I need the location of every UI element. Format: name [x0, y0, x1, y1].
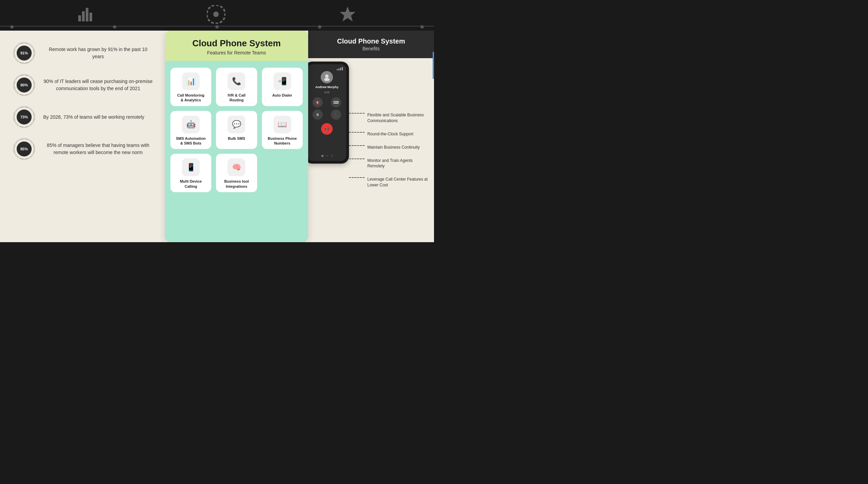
svg-line-180: [18, 108, 18, 109]
svg-line-178: [16, 110, 17, 111]
dot-2: [113, 25, 116, 29]
svg-line-26: [33, 58, 34, 59]
feature-label: SMS Automation & SMS Bots: [176, 136, 206, 146]
svg-line-118: [16, 78, 17, 79]
svg-line-124: [22, 74, 22, 76]
svg-line-12: [30, 44, 31, 45]
svg-line-43: [17, 60, 18, 61]
svg-line-10: [28, 43, 29, 45]
feature-item: 🧠Business tool Integrations: [216, 154, 257, 192]
svg-line-113: [14, 83, 15, 83]
svg-line-152: [28, 126, 29, 127]
svg-line-39: [21, 62, 21, 64]
svg-line-158: [22, 126, 22, 128]
svg-line-236: [15, 144, 15, 144]
dot-5: [420, 25, 424, 29]
svg-line-34: [26, 62, 27, 64]
gear-icon: [207, 5, 226, 24]
dot-1: [10, 25, 14, 29]
svg-line-154: [26, 126, 27, 128]
keypad-button[interactable]: ⌨: [331, 97, 341, 107]
transfer-button[interactable]: 📞: [331, 110, 341, 120]
left-panel: 91% Remote work has grown by 91% in the …: [0, 31, 165, 242]
svg-line-198: [33, 146, 35, 146]
svg-line-220: [20, 158, 20, 159]
svg-line-18: [33, 50, 35, 50]
svg-line-210: [30, 157, 31, 158]
svg-line-130: [28, 107, 29, 109]
svg-rect-0: [78, 15, 81, 21]
end-call-button[interactable]: 📵: [321, 123, 333, 135]
benefit-text: Leverage Call Center Features at Lower C…: [367, 177, 429, 188]
svg-line-64: [22, 43, 22, 44]
svg-line-242: [20, 139, 20, 140]
svg-line-87: [32, 91, 33, 91]
phone-mockup: Andrew Murphy 0:05 🔇 ⌨ ⏸ 📞 📵 ◀○□: [308, 62, 352, 167]
right-panel: Cloud Phone System Benefits: [308, 31, 434, 242]
svg-line-176: [15, 112, 15, 112]
svg-line-239: [17, 141, 18, 142]
dot-4: [318, 25, 321, 29]
benefit-item: Round-the-Clock Support: [349, 131, 429, 137]
svg-line-138: [33, 114, 35, 114]
stat-text: By 2028, 73% of teams will be working re…: [43, 114, 144, 121]
svg-line-182: [20, 107, 20, 109]
star-icon: [338, 5, 357, 24]
center-subtitle: Features for Remote Teams: [172, 50, 301, 55]
svg-line-144: [33, 120, 35, 120]
svg-point-4: [213, 12, 219, 17]
svg-line-143: [33, 119, 35, 119]
svg-line-55: [14, 49, 16, 49]
svg-line-38: [22, 62, 22, 64]
feature-label: IVR & Call Routing: [228, 93, 246, 103]
svg-line-94: [26, 94, 27, 96]
svg-marker-5: [340, 6, 355, 21]
benefit-item: Monitor and Train Agents Remotely: [349, 158, 429, 169]
svg-line-88: [31, 91, 32, 93]
svg-line-133: [31, 109, 32, 110]
svg-line-223: [17, 156, 18, 157]
svg-line-150: [30, 125, 31, 126]
svg-line-106: [15, 90, 15, 90]
hold-button[interactable]: ⏸: [313, 110, 323, 120]
svg-line-183: [21, 107, 21, 108]
svg-line-30: [30, 61, 31, 62]
svg-line-128: [26, 106, 27, 108]
svg-line-190: [28, 139, 29, 140]
svg-line-90: [30, 93, 31, 94]
svg-line-33: [27, 62, 28, 64]
right-header: Cloud Phone System Benefits: [308, 31, 434, 58]
svg-line-49: [14, 55, 15, 55]
svg-line-29: [31, 60, 32, 61]
top-icons: [0, 5, 434, 24]
svg-line-241: [19, 139, 19, 140]
svg-line-139: [33, 115, 35, 115]
feature-icon: 📲: [273, 72, 291, 90]
svg-line-101: [19, 94, 19, 95]
svg-line-219: [21, 158, 21, 160]
svg-rect-2: [86, 8, 88, 21]
feature-item: 🤖SMS Automation & SMS Bots: [170, 111, 211, 149]
svg-line-75: [32, 79, 33, 79]
svg-line-114: [14, 82, 15, 82]
feature-label: Call Monitoring & Analytics: [177, 93, 204, 103]
svg-line-76: [33, 80, 34, 80]
svg-line-86: [33, 90, 34, 90]
svg-line-98: [22, 94, 22, 96]
svg-line-13: [31, 45, 32, 46]
feature-label: Bulk SMS: [228, 136, 245, 141]
svg-line-48: [14, 56, 15, 56]
svg-line-23: [33, 55, 35, 55]
benefit-dashes-icon: [349, 132, 365, 133]
svg-line-72: [30, 76, 31, 77]
svg-line-11: [29, 44, 30, 44]
svg-line-199: [33, 147, 35, 147]
feature-item: 📲Auto Dialer: [262, 68, 303, 106]
svg-line-73: [31, 77, 32, 78]
svg-line-15: [32, 47, 33, 47]
svg-line-120: [18, 76, 18, 77]
svg-line-132: [30, 108, 31, 109]
mute-button[interactable]: 🔇: [313, 97, 323, 107]
svg-line-221: [19, 158, 19, 158]
stat-text: 85% of managers believe that having team…: [43, 142, 153, 156]
